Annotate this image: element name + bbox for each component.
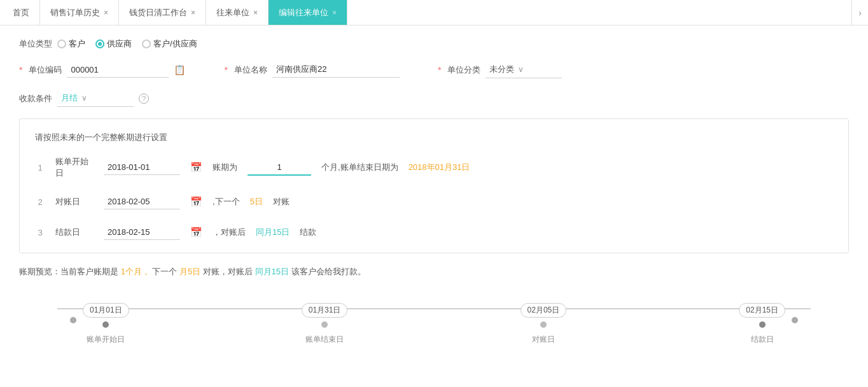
- timeline-label-1: 账单开始日: [87, 334, 125, 345]
- period-cal-icon-2[interactable]: 📅: [190, 196, 202, 208]
- timeline-node-1: 01月01日 账单开始日: [83, 303, 129, 345]
- radio-group: 客户 供应商 客户/供应商: [57, 38, 197, 50]
- unit-category-group: * 单位分类 未分类 ∨: [438, 61, 562, 78]
- period-row3-suffix: 结款: [300, 227, 316, 238]
- unit-name-star: *: [224, 65, 227, 75]
- tab-edit-partner-label: 编辑往来单位: [279, 7, 328, 18]
- unit-category-value: 未分类: [489, 64, 514, 75]
- timeline-node-3: 02月05日 对账日: [521, 303, 567, 345]
- tab-sales-history-label: 销售订单历史: [50, 7, 100, 18]
- payment-terms-label: 收款条件: [19, 93, 52, 104]
- timeline-nodes: 01月01日 账单开始日 01月31日 账单结束日 02月05日 对账日 02月…: [45, 303, 823, 345]
- timeline-start-cap: [70, 317, 76, 323]
- radio-both-label: 客户/供应商: [153, 38, 197, 50]
- tab-cash-work[interactable]: 钱货日清工作台 ×: [119, 0, 206, 25]
- period-box: 请按照未来的一个完整帐期进行设置 1 账单开始日 📅 账期为 个月,账单结束日期…: [19, 118, 849, 253]
- period-row-3: 3 结款日 📅 ，对账后 同月15日 结款: [35, 225, 833, 240]
- unit-code-label: 单位编码: [29, 64, 62, 76]
- period-row-2: 2 对账日 📅 ,下一个 5日 对账: [35, 194, 833, 209]
- unit-category-arrow: ∨: [518, 65, 524, 74]
- period-date-input-2[interactable]: [104, 194, 180, 209]
- unit-code-icon[interactable]: 📋: [174, 64, 186, 76]
- unit-type-row: 单位类型 客户 供应商 客户/供应商: [19, 38, 849, 50]
- payment-terms-select[interactable]: 月结 ∨: [57, 90, 134, 107]
- unit-name-group: * 单位名称: [224, 62, 399, 78]
- period-num-3: 3: [35, 228, 45, 237]
- unit-type-label: 单位类型: [19, 38, 52, 50]
- period-num-2: 2: [35, 197, 45, 207]
- period-row2-highlight: 5日: [250, 196, 263, 208]
- period-row3-prefix: ，对账后: [213, 227, 246, 238]
- period-title: 请按照未来的一个完整帐期进行设置: [35, 132, 833, 143]
- period-field-label-1: 账单开始日: [55, 156, 94, 179]
- preview-middle: 下一个: [152, 267, 177, 276]
- tab-sales-history[interactable]: 销售订单历史 ×: [40, 0, 119, 25]
- radio-customer-circle: [57, 39, 66, 48]
- preview-highlight2: 月5日: [179, 267, 200, 276]
- main-content: 单位类型 客户 供应商 客户/供应商 * 单位编码: [0, 25, 868, 387]
- timeline-dot-1: [102, 321, 109, 328]
- period-cal-icon-1[interactable]: 📅: [190, 162, 202, 173]
- payment-terms-help-icon[interactable]: ?: [139, 94, 149, 104]
- payment-terms-value: 月结: [61, 92, 78, 104]
- unit-category-label: 单位分类: [447, 64, 480, 76]
- tab-home[interactable]: 首页: [0, 0, 40, 25]
- period-row1-prefix: 账期为: [213, 162, 237, 173]
- unit-category-select[interactable]: 未分类 ∨: [486, 61, 562, 78]
- timeline-label-4: 结款日: [751, 334, 774, 345]
- tab-cash-work-label: 钱货日清工作台: [129, 7, 187, 18]
- unit-name-input[interactable]: [272, 62, 400, 78]
- period-field-label-2: 对账日: [55, 196, 94, 208]
- preview-highlight3: 同月15日: [255, 267, 289, 276]
- period-row3-highlight: 同月15日: [256, 227, 290, 238]
- preview-prefix: 账期预览：当前客户账期是: [19, 267, 118, 276]
- radio-customer-label: 客户: [69, 38, 85, 50]
- payment-terms-group: 收款条件 月结 ∨ ?: [19, 90, 149, 107]
- radio-both-circle: [142, 39, 151, 48]
- payment-terms-arrow: ∨: [81, 94, 87, 102]
- timeline-node-4: 02月15日 结款日: [739, 303, 785, 345]
- tab-partner-units[interactable]: 往来单位 ×: [206, 0, 269, 25]
- period-date-input-1[interactable]: [104, 160, 180, 175]
- period-num-1: 1: [35, 163, 45, 172]
- tab-partner-units-close[interactable]: ×: [253, 8, 258, 17]
- tab-partner-units-label: 往来单位: [216, 7, 249, 18]
- period-date-input-3[interactable]: [104, 225, 180, 240]
- tab-edit-partner[interactable]: 编辑往来单位 ×: [269, 0, 347, 25]
- timeline-date-4: 02月15日: [739, 303, 785, 318]
- timeline-label-2: 账单结束日: [305, 334, 344, 345]
- unit-code-input[interactable]: [67, 62, 169, 78]
- radio-both[interactable]: 客户/供应商: [142, 38, 197, 50]
- timeline-label-3: 对账日: [532, 334, 555, 345]
- unit-details-row: * 单位编码 📋 * 单位名称 * 单位分类 未分类 ∨: [19, 61, 849, 78]
- tab-edit-partner-close[interactable]: ×: [332, 8, 337, 17]
- tab-cash-work-close[interactable]: ×: [191, 8, 195, 17]
- period-row2-prefix: ,下一个: [213, 196, 240, 208]
- timeline-end-cap: [792, 317, 798, 323]
- unit-category-star: *: [438, 65, 441, 75]
- timeline-date-2: 01月31日: [302, 303, 348, 318]
- period-cal-icon-3[interactable]: 📅: [190, 227, 202, 238]
- radio-supplier-label: 供应商: [107, 38, 132, 50]
- preview-suffix: 该客户会给我打款。: [291, 267, 366, 276]
- tab-sales-history-close[interactable]: ×: [104, 8, 108, 17]
- payment-terms-row: 收款条件 月结 ∨ ?: [19, 90, 849, 107]
- timeline-date-1: 01月01日: [83, 303, 129, 318]
- radio-customer[interactable]: 客户: [57, 38, 85, 50]
- tabs-bar: 首页 销售订单历史 × 钱货日清工作台 × 往来单位 × 编辑往来单位 × ›: [0, 0, 868, 25]
- unit-code-star: *: [19, 65, 22, 75]
- preview-highlight1: 1个月，: [121, 267, 150, 276]
- tabs-overflow-arrow[interactable]: ›: [851, 0, 868, 25]
- period-months-input[interactable]: [248, 160, 311, 176]
- timeline-dot-4: [759, 321, 766, 328]
- timeline-wrapper: 01月01日 账单开始日 01月31日 账单结束日 02月05日 对账日 02月…: [19, 290, 849, 370]
- period-row-1: 1 账单开始日 📅 账期为 个月,账单结束日期为 2018年01月31日: [35, 156, 833, 179]
- period-field-label-3: 结款日: [55, 227, 94, 238]
- radio-supplier[interactable]: 供应商: [95, 38, 132, 50]
- period-row1-suffix: 个月,账单结束日期为: [321, 162, 398, 173]
- period-end-date: 2018年01月31日: [409, 162, 470, 173]
- unit-type-group: 单位类型 客户 供应商 客户/供应商: [19, 38, 197, 50]
- timeline-dot-2: [321, 321, 328, 328]
- tab-home-label: 首页: [13, 7, 29, 18]
- unit-code-group: * 单位编码 📋: [19, 62, 186, 78]
